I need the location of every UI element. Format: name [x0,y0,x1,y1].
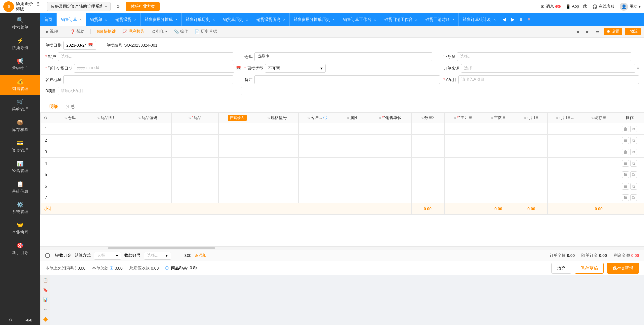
logistics-btn[interactable]: +物流 [625,28,641,35]
tab-order-stats[interactable]: 销售订单统计表 × [459,13,500,26]
tab-close-icon[interactable]: × [415,18,417,22]
row-product-3[interactable] [171,146,218,158]
row-mainunit-1[interactable] [444,123,482,135]
row-attr-3[interactable] [336,146,369,158]
sidebar-item-search[interactable]: 🔍 搜索菜单 [0,13,40,34]
row-unit-2[interactable] [369,135,411,146]
row-image-7[interactable] [89,192,124,203]
row-image-5[interactable] [89,169,124,180]
row-mainunit-7[interactable] [444,192,482,203]
row-product-2[interactable] [171,135,218,146]
row-scan-7[interactable] [218,192,256,203]
toolbar-history-btn[interactable]: 📄 历史单据 [193,28,219,35]
row-mainqty-3[interactable] [482,146,515,158]
row-code-4[interactable] [124,158,171,169]
row-avail-1[interactable] [515,123,548,135]
user-menu[interactable]: 👤 用友 ▾ [620,3,641,11]
tab-menu-btn[interactable]: ≡ [517,13,525,26]
settings-panel-btn[interactable]: ⚙ 设置 [604,28,622,35]
row-qty2-5[interactable] [411,169,444,180]
row-mainqty-4[interactable] [482,158,515,169]
row-current-7[interactable] [582,192,615,203]
tab-order-workbench[interactable]: 销售订单工作台 × [339,13,380,26]
copy-row-btn[interactable]: ⧉ [630,149,637,155]
prev-record-btn[interactable]: ◀ [574,28,581,35]
row-mainqty-1[interactable] [482,123,515,135]
row-mainunit-3[interactable] [444,146,482,158]
row-mainqty-2[interactable] [482,135,515,146]
add-payment-btn[interactable]: ⊕ 添加 [195,253,207,258]
warehouse-ellipsis-btn[interactable]: ··· [434,54,440,59]
tab-daily-workbench[interactable]: 钱货日清工作台 × [380,13,422,26]
tab-close-icon[interactable]: × [176,18,178,22]
row-spec-4[interactable] [256,158,298,169]
row-avail-7[interactable] [515,192,548,203]
industry-btn[interactable]: 体验行业方案 [126,2,160,11]
col-available2[interactable]: ⇅可用量... [548,113,582,123]
tab-order-history[interactable]: 销售订单历史 × [182,13,219,26]
copy-row-btn[interactable]: ⧉ [630,194,637,201]
copy-row-btn[interactable]: ⧉ [630,160,637,167]
sidebar-item-purchase[interactable]: 🛒 采购管理 [0,95,40,116]
row-unit-5[interactable] [369,169,411,180]
row-avail-5[interactable] [515,169,548,180]
row-avail2-3[interactable] [548,146,582,158]
row-product-4[interactable] [171,158,218,169]
staff-ellipsis-btn[interactable]: ··· [633,54,639,59]
row-avail2-5[interactable] [548,169,582,180]
tab-close-all-btn[interactable]: ✕ [525,13,533,26]
col-warehouse[interactable]: ⇅仓库 [51,113,89,123]
row-scan-4[interactable] [218,158,256,169]
save-draft-btn[interactable]: 保存草稿 [575,263,604,274]
row-warehouse-6[interactable] [51,180,89,192]
row-attr-5[interactable] [336,169,369,180]
row-current-2[interactable] [582,135,615,146]
row-image-1[interactable] [89,123,124,135]
delete-row-btn[interactable]: 🗑 [622,126,629,132]
row-code-6[interactable] [124,180,171,192]
toolbar-help-btn[interactable]: ❓ 帮助 [68,28,86,35]
tab-close-icon[interactable]: × [246,18,248,22]
tab-close-icon[interactable]: × [134,18,136,22]
row-qty2-2[interactable] [411,135,444,146]
tab-close-icon[interactable]: × [213,18,215,22]
copy-row-btn[interactable]: ⧉ [630,137,637,144]
row-qty2-1[interactable] [411,123,444,135]
row-product-1[interactable] [171,123,218,135]
row-spec-5[interactable] [256,169,298,180]
tab-daily-reconcile[interactable]: 钱货日清对账 × [421,13,459,26]
row-current-1[interactable] [582,123,615,135]
tab-sales-delivery[interactable]: 销货单 × [86,13,111,26]
row-qty2-3[interactable] [411,146,444,158]
row-scan-5[interactable] [218,169,256,180]
row-attr-1[interactable] [336,123,369,135]
col-main-qty[interactable]: ⇅主数量 [482,113,515,123]
sidebar-item-inventory[interactable]: 📦 库存核算 [0,116,40,136]
col-spec[interactable]: ⇅规格型号 [256,113,298,123]
row-product-7[interactable] [171,192,218,203]
tab-sales-return[interactable]: 销货退货 × [111,13,141,26]
col-current[interactable]: ⇅现存量 [582,113,615,123]
sidebar-item-collab[interactable]: 🤝 企业协同 [0,218,40,239]
delivery-input[interactable]: yyyy-mm-dd [74,64,234,73]
row-avail2-2[interactable] [548,135,582,146]
row-unit-6[interactable] [369,180,411,192]
toolbar-profit-btn[interactable]: 📈 毛利预告 [120,28,147,35]
sidebar-collapse-btn[interactable]: ◀◀ [25,318,31,322]
row-code-7[interactable] [124,192,171,203]
row-qty2-7[interactable] [411,192,444,203]
sidebar-item-basicinfo[interactable]: 📋 基础信息 [0,177,40,198]
sidebar-item-marketing[interactable]: 📢 营销推广 [0,54,40,75]
row-spec-2[interactable] [256,135,298,146]
row-mainunit-6[interactable] [444,180,482,192]
message-btn[interactable]: ✉ 消息 5 [541,4,561,9]
row-custcode-2[interactable] [298,135,336,146]
order-source-input[interactable]: 选择... [461,64,635,73]
row-attr-7[interactable] [336,192,369,203]
one-click-payment-cb[interactable]: 一键收订金 [45,253,71,258]
row-avail-3[interactable] [515,146,548,158]
row-warehouse-7[interactable] [51,192,89,203]
sidebar-item-operations[interactable]: 📊 经营管理 [0,157,40,177]
sidebar-item-guide[interactable]: 🎯 新手引导 [0,239,40,259]
copy-row-btn[interactable]: ⧉ [630,126,637,132]
